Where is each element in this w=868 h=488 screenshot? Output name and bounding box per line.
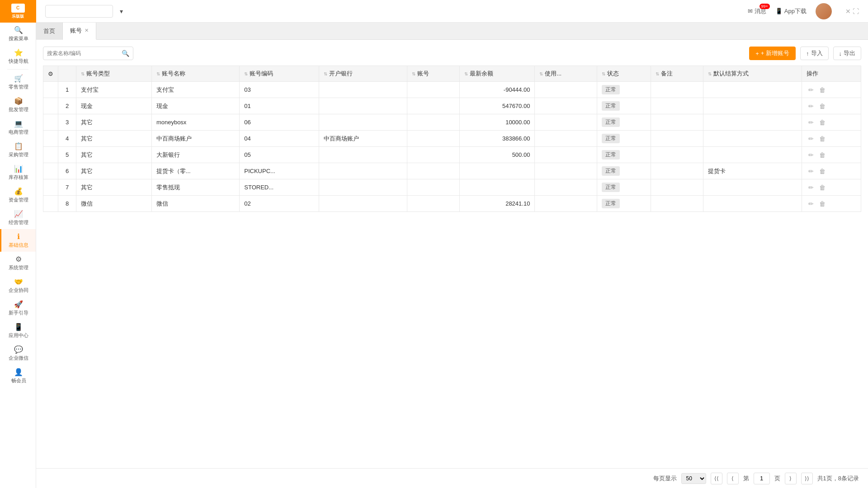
user-avatar[interactable] [816,3,832,19]
delete-button-4[interactable]: 🗑 [817,150,827,160]
export-button[interactable]: ↓ 导出 [833,47,862,60]
col-settings[interactable]: ⚙ [43,66,58,82]
row-default-payment-6 [703,179,802,196]
col-balance-label: 最新余额 [470,70,493,78]
sidebar-item-app-center[interactable]: 📱 应用中心 [0,319,36,342]
sidebar-item-finance[interactable]: 💰 资金管理 [0,184,36,206]
delete-button-2[interactable]: 🗑 [817,118,827,127]
col-type[interactable]: ⇅ 账号类型 [76,66,152,82]
tab-close-icon[interactable]: ✕ [85,28,89,33]
tab-account[interactable]: 账号 ✕ [63,23,96,40]
edit-button-1[interactable]: ✏ [807,102,816,111]
finance-icon: 💰 [14,187,23,196]
col-action: 操作 [802,66,861,82]
sort-icon-code: ⇅ [244,71,248,76]
sidebar-item-retail[interactable]: 🛒 零售管理 [0,71,36,94]
dropdown-button[interactable]: ▾ [120,8,123,15]
row-settings-5 [43,163,58,179]
sort-icon-default-payment: ⇅ [708,71,712,76]
delete-button-0[interactable]: 🗑 [817,85,827,94]
sidebar-item-ecommerce[interactable]: 💻 电商管理 [0,116,36,139]
delete-button-6[interactable]: 🗑 [817,183,827,192]
message-button[interactable]: ✉ 消息 99+ [748,7,766,15]
row-num-3: 4 [58,131,76,147]
top-search-input[interactable] [45,5,113,18]
row-num-0: 1 [58,82,76,98]
delete-button-7[interactable]: 🗑 [817,199,827,208]
row-code-5: PICKUPC... [240,163,319,179]
table-row: 8 微信 微信 02 28241.10 正常 ✏ 🗑 [43,196,861,212]
row-status-3: 正常 [597,131,651,147]
sort-icon-account: ⇅ [412,71,415,76]
col-default-payment-label: 默认结算方式 [713,70,749,78]
sidebar-item-enterprise[interactable]: 🤝 企业协同 [0,274,36,297]
row-account-6 [407,179,459,196]
edit-button-2[interactable]: ✏ [807,118,816,127]
accounts-table: ⚙ ⇅ 账号类型 ⇅ 账号名称 [43,66,861,212]
edit-button-6[interactable]: ✏ [807,183,816,192]
tab-account-label: 账号 [70,27,82,35]
col-status[interactable]: ⇅ 状态 [597,66,651,82]
import-icon: ↑ [806,50,809,57]
close-button[interactable]: ✕ [845,8,851,15]
row-action-0: ✏ 🗑 [802,82,861,98]
import-button[interactable]: ↑ 导入 [800,47,829,60]
search-wrap: 🔍 [43,47,133,60]
delete-button-1[interactable]: 🗑 [817,102,827,111]
row-settings-7 [43,196,58,212]
prev-page-button[interactable]: ⟨ [727,473,739,484]
last-page-button[interactable]: ⟩⟩ [801,473,813,484]
table-row: 3 其它 moneybosx 06 10000.00 正常 ✏ 🗑 [43,114,861,131]
next-page-button[interactable]: ⟩ [785,473,797,484]
sidebar-divider [7,69,28,70]
search-input[interactable] [47,50,122,56]
row-name-3: 中百商场账户 [151,131,239,147]
sidebar-item-operations[interactable]: 📈 经营管理 [0,206,36,229]
col-code[interactable]: ⇅ 账号编码 [240,66,319,82]
col-balance[interactable]: ⇅ 最新余额 [459,66,535,82]
sidebar-item-member[interactable]: 👤 畅会员 [0,365,36,387]
sidebar-item-basic-info[interactable]: ℹ 基础信息 [0,229,36,252]
col-account[interactable]: ⇅ 账号 [407,66,459,82]
sidebar-item-search-menu[interactable]: 🔍 搜索菜单 [0,23,36,45]
mobile-icon: 📱 [775,8,783,14]
row-bank-5 [319,163,407,179]
row-name-6: 零售抵现 [151,179,239,196]
search-button[interactable]: 🔍 [122,50,129,57]
row-balance-7: 28241.10 [459,196,535,212]
row-balance-1: 547670.00 [459,98,535,114]
sidebar-item-quick-nav[interactable]: ⭐ 快捷导航 [0,45,36,68]
page-input[interactable] [754,473,770,484]
col-bank[interactable]: ⇅ 开户银行 [319,66,407,82]
delete-button-5[interactable]: 🗑 [817,167,827,176]
sidebar-item-inventory[interactable]: 📊 库存核算 [0,161,36,184]
sort-icon-usage: ⇅ [539,71,543,76]
sidebar-item-purchase[interactable]: 📋 采购管理 [0,139,36,161]
col-name[interactable]: ⇅ 账号名称 [151,66,239,82]
sidebar-item-enterprise-wechat[interactable]: 💬 企业微信 [0,342,36,365]
edit-button-3[interactable]: ✏ [807,134,816,143]
row-code-1: 01 [240,98,319,114]
col-status-label: 状态 [607,70,619,78]
sidebar-item-starter[interactable]: 🚀 新手引导 [0,297,36,319]
row-bank-2 [319,114,407,131]
sidebar-item-wholesale[interactable]: 📦 批发管理 [0,94,36,116]
row-usage-7 [535,196,597,212]
row-action-1: ✏ 🗑 [802,98,861,114]
col-default-payment[interactable]: ⇅ 默认结算方式 [703,66,802,82]
col-usage[interactable]: ⇅ 使用... [535,66,597,82]
app-download-button[interactable]: 📱 App下载 [775,7,807,15]
first-page-button[interactable]: ⟨⟨ [711,473,722,484]
edit-button-4[interactable]: ✏ [807,150,816,160]
col-remark[interactable]: ⇅ 备注 [651,66,703,82]
edit-button-5[interactable]: ✏ [807,167,816,176]
maximize-button[interactable]: ⛶ [853,8,859,15]
delete-button-3[interactable]: 🗑 [817,134,827,143]
add-account-button[interactable]: + + 新增账号 [749,47,796,60]
row-remark-7 [651,196,703,212]
page-size-select[interactable]: 50 100 200 [681,473,706,484]
edit-button-7[interactable]: ✏ [807,199,816,208]
edit-button-0[interactable]: ✏ [807,85,816,94]
tab-home[interactable]: 首页 [36,23,63,40]
sidebar-item-system[interactable]: ⚙ 系统管理 [0,252,36,274]
